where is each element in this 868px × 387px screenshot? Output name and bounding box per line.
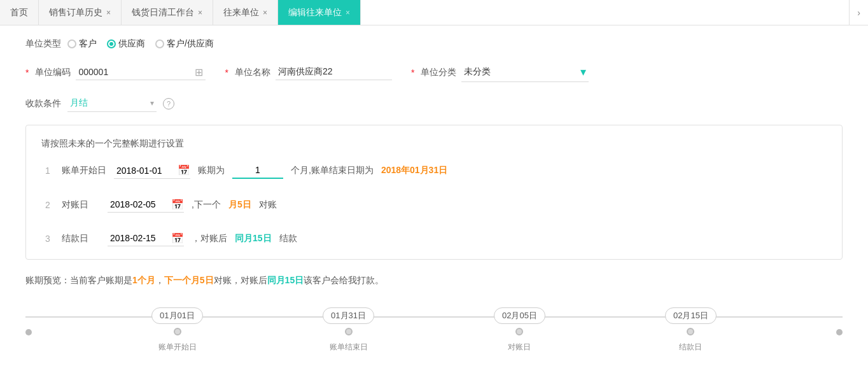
tab-partner-units[interactable]: 往来单位 × [213, 0, 278, 25]
unit-name-group: * 单位名称 [225, 64, 391, 80]
unit-code-star: * [25, 67, 29, 78]
timeline-point-4: 02月15日 结款日 [665, 307, 717, 353]
chevron-right-icon: › [857, 8, 860, 18]
timeline-label-4: 结款日 [679, 342, 702, 353]
radio-customer-supplier[interactable]: 客户/供应商 [155, 38, 214, 50]
payment-date-input[interactable] [108, 230, 171, 246]
row-label-3: 结款日 [62, 233, 100, 244]
unit-name-star: * [225, 67, 228, 78]
unit-category-star: * [411, 67, 414, 78]
timeline-badge-3: 02月05日 [494, 307, 545, 324]
payment-highlight: 同月15日 [235, 233, 272, 244]
reconcile-desc-suffix: 对账 [259, 199, 277, 211]
unit-category-select[interactable]: 未分类 ▾ [461, 62, 589, 82]
row-label-1: 账单开始日 [62, 165, 106, 176]
preview-sep2: 对账，对账后 [214, 275, 267, 285]
payment-desc-prefix: ，对账后 [192, 233, 227, 244]
row-num-2: 2 [41, 200, 54, 210]
unit-name-label: 单位名称 [235, 67, 270, 78]
radio-customer-supplier-circle [155, 39, 164, 48]
timeline-point-1: 01月01日 账单开始日 [151, 307, 203, 353]
preview-sep1: ， [155, 275, 164, 285]
unit-code-input[interactable] [76, 64, 192, 80]
unit-info-row: * 单位编码 ⊞ * 单位名称 * 单位分类 未分类 ▾ [25, 62, 843, 82]
period-input[interactable] [232, 162, 283, 179]
timeline-start-dot [25, 329, 32, 335]
radio-customer-circle [67, 39, 76, 48]
close-partner-units-icon[interactable]: × [263, 8, 267, 17]
timeline-dot-3 [515, 328, 523, 335]
preview-part1: 1个月 [132, 275, 155, 285]
unit-code-label: 单位编码 [35, 67, 71, 78]
radio-supplier-label: 供应商 [118, 38, 145, 50]
tab-edit-partner-label: 编辑往来单位 [288, 7, 342, 18]
reconcile-highlight: 月5日 [228, 199, 251, 211]
tab-home[interactable]: 首页 [0, 0, 39, 25]
timeline-badge-4: 02月15日 [665, 307, 717, 324]
preview-text: 账期预览：当前客户账期是1个月，下一个月5日对账，对账后同月15日该客户会给我打… [25, 272, 843, 288]
row-num-3: 3 [41, 234, 54, 244]
tab-home-label: 首页 [10, 7, 28, 18]
radio-customer[interactable]: 客户 [67, 38, 97, 50]
period-end-date: 2018年01月31日 [381, 165, 447, 176]
period-suffix: 个月,账单结束日期为 [291, 165, 374, 176]
preview-part2: 下一个月5日 [164, 275, 214, 285]
unit-category-label: 单位分类 [421, 67, 456, 78]
unit-code-input-wrapper: ⊞ [76, 64, 206, 80]
settings-section: 请按照未来的一个完整帐期进行设置 1 账单开始日 📅 账期为 个月,账单结束日期… [25, 125, 843, 260]
timeline-right-dot [836, 311, 843, 353]
payment-date-input-box: 📅 [108, 230, 184, 246]
close-sales-order-icon[interactable]: × [106, 8, 111, 17]
reconcile-date-input[interactable] [108, 197, 171, 212]
unit-category-value: 未分类 [464, 66, 491, 78]
tab-bar: 首页 销售订单历史 × 钱货日清工作台 × 往来单位 × 编辑往来单位 × › [0, 0, 868, 25]
payment-terms-select[interactable]: 月结 ▾ [67, 95, 157, 112]
radio-supplier-circle [107, 39, 116, 48]
setting-row-2: 2 对账日 📅 ,下一个 月5日 对账 [41, 197, 827, 213]
payment-terms-label: 收款条件 [25, 98, 61, 109]
close-cash-work-icon[interactable]: × [198, 8, 202, 17]
start-date-input[interactable] [114, 163, 178, 178]
timeline-point-3: 02月05日 对账日 [494, 307, 545, 353]
row-label-2: 对账日 [62, 199, 100, 211]
payment-date-calendar-icon[interactable]: 📅 [171, 232, 184, 244]
timeline-dot-4 [687, 328, 694, 335]
copy-icon[interactable]: ⊞ [192, 66, 206, 78]
close-edit-partner-icon[interactable]: × [346, 8, 350, 17]
timeline-dot-2 [345, 328, 353, 335]
timeline-left-dot [25, 311, 32, 353]
period-label: 账期为 [198, 165, 225, 176]
timeline-dot-1 [174, 328, 181, 335]
timeline-label-1: 账单开始日 [158, 342, 197, 353]
timeline-label-3: 对账日 [508, 342, 531, 353]
timeline-points: 01月01日 账单开始日 01月31日 账单结束日 02月05日 对账日 02月… [25, 307, 843, 353]
preview-prefix: 账期预览：当前客户账期是 [25, 275, 132, 285]
section-title: 请按照未来的一个完整帐期进行设置 [41, 138, 827, 150]
unit-name-input[interactable] [276, 64, 392, 80]
tab-cash-work[interactable]: 钱货日清工作台 × [122, 0, 213, 25]
radio-supplier[interactable]: 供应商 [107, 38, 145, 50]
start-date-input-box: 📅 [114, 163, 190, 179]
tab-partner-units-label: 往来单位 [223, 7, 259, 18]
timeline-point-2: 01月31日 账单结束日 [323, 307, 374, 353]
main-content: 单位类型 客户 供应商 客户/供应商 * 单位编码 ⊞ [0, 25, 868, 387]
unit-type-label: 单位类型 [25, 38, 61, 50]
unit-code-group: * 单位编码 ⊞ [25, 64, 206, 80]
timeline-badge-2: 01月31日 [323, 307, 374, 324]
reconcile-desc-prefix: ,下一个 [192, 199, 221, 211]
radio-customer-supplier-label: 客户/供应商 [167, 38, 214, 50]
payment-terms-row: 收款条件 月结 ▾ ? [25, 95, 843, 112]
tab-sales-order[interactable]: 销售订单历史 × [39, 0, 122, 25]
tab-sales-order-label: 销售订单历史 [49, 7, 102, 18]
preview-part3: 同月15日 [267, 275, 304, 285]
unit-category-group: * 单位分类 未分类 ▾ [411, 62, 589, 82]
reconcile-date-calendar-icon[interactable]: 📅 [171, 199, 184, 211]
start-date-calendar-icon[interactable]: 📅 [178, 164, 190, 176]
timeline-label-2: 账单结束日 [330, 342, 368, 353]
preview-suffix: 该客户会给我打款。 [304, 275, 384, 285]
tab-overflow-arrow[interactable]: › [849, 0, 868, 25]
setting-row-1: 1 账单开始日 📅 账期为 个月,账单结束日期为 2018年01月31日 [41, 162, 827, 179]
unit-type-row: 单位类型 客户 供应商 客户/供应商 [25, 38, 843, 50]
help-icon[interactable]: ? [163, 98, 174, 109]
tab-edit-partner[interactable]: 编辑往来单位 × [278, 0, 361, 25]
